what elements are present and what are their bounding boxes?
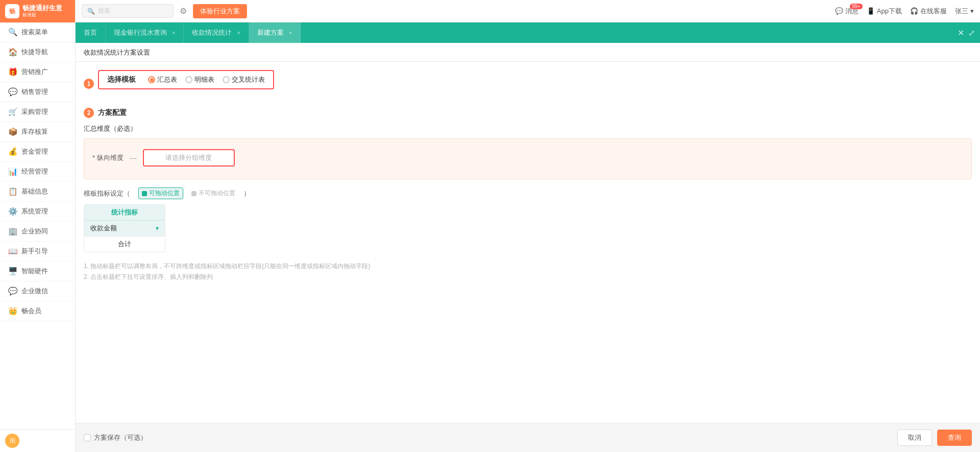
- indicator-title-prefix: 模板指标设定（: [84, 189, 130, 198]
- tab-new-plan[interactable]: 新建方案 ×: [249, 22, 301, 43]
- sidebar-item-label: 销售管理: [21, 87, 48, 97]
- dimension-placeholder: 请选择分组维度: [165, 153, 212, 162]
- footer-actions: 取消 查询: [897, 430, 972, 446]
- sidebar-bottom: 用: [0, 429, 75, 452]
- sidebar-item-label: 营销推广: [21, 67, 48, 77]
- sidebar-item-finance[interactable]: 💰 资金管理: [0, 142, 75, 162]
- sidebar-item-label: 基础信息: [21, 187, 48, 196]
- query-button[interactable]: 查询: [937, 430, 972, 446]
- logo-badge: 标准版: [22, 12, 62, 18]
- radio-detail-circle: [185, 76, 192, 83]
- sidebar-item-quick-nav[interactable]: 🏠 快捷导航: [0, 42, 75, 62]
- radio-summary-circle: [148, 76, 155, 83]
- app-icon: 📱: [867, 7, 875, 15]
- tip-line-1: 1. 拖动标题栏可以调整布局，不可跨维度或指标区域拖动栏目字段(只能在同一维度或…: [84, 262, 972, 271]
- sidebar-item-wechat[interactable]: 💬 企业微信: [0, 281, 75, 301]
- finance-icon: 💰: [8, 147, 17, 156]
- sidebar-item-label: 采购管理: [21, 107, 48, 116]
- indicator-row-collect-amount[interactable]: 收款金额 ▾: [84, 220, 165, 236]
- indicator-table-header: 统计指标: [84, 205, 165, 220]
- radio-cross[interactable]: 交叉统计表: [223, 75, 265, 84]
- tab-bank-flow-label: 现金银行流水查询: [114, 28, 167, 37]
- tab-home-label: 首页: [84, 28, 97, 37]
- sidebar-item-marketing[interactable]: 🎁 营销推广: [0, 62, 75, 82]
- tab-bank-flow[interactable]: 现金银行流水查询 ×: [106, 22, 184, 43]
- section2: 2 方案配置 汇总维度（必选） * 纵向维度 — 请选择分组维度: [84, 108, 972, 281]
- sidebar-item-label: 经营管理: [21, 167, 48, 176]
- tips-section: 1. 拖动标题栏可以调整布局，不可跨维度或指标区域拖动栏目字段(只能在同一维度或…: [84, 262, 972, 281]
- message-icon: 💬: [835, 7, 843, 15]
- app-download-btn[interactable]: 📱 App下载: [867, 7, 902, 16]
- tabs-actions: ✕ ⤢: [952, 28, 980, 38]
- sidebar-item-label: 库存核算: [21, 127, 48, 136]
- radio-summary[interactable]: 汇总表: [148, 75, 177, 84]
- sidebar-item-operations[interactable]: 📊 经营管理: [0, 162, 75, 182]
- sidebar-item-enterprise[interactable]: 🏢 企业协同: [0, 222, 75, 242]
- radio-detail-label: 明细表: [194, 75, 214, 84]
- chart-icon: 📊: [8, 167, 17, 176]
- home-icon: 🏠: [8, 47, 17, 57]
- avatar: 用: [5, 434, 19, 448]
- page-content: 1 选择模板 汇总表 明细表: [76, 62, 980, 423]
- sidebar-item-sales[interactable]: 💬 销售管理: [0, 82, 75, 102]
- tab-collect-stats[interactable]: 收款情况统计 ×: [184, 22, 249, 43]
- sidebar-item-sys-admin[interactable]: ⚙️ 系统管理: [0, 202, 75, 222]
- dimension-selector[interactable]: 请选择分组维度: [143, 149, 235, 166]
- radio-summary-label: 汇总表: [157, 75, 177, 84]
- tab-home[interactable]: 首页: [76, 22, 106, 43]
- tab-new-plan-close[interactable]: ×: [289, 30, 292, 36]
- main-area: 🔍 搜索 ⚙ 体验行业方案 💬 消息 99+ 📱 App下载 🎧 在线客服 张三…: [76, 0, 980, 452]
- building-icon: 🏢: [8, 227, 17, 236]
- template-selection-box: 选择模板 汇总表 明细表 交叉统计表: [98, 70, 274, 89]
- section1-row: 1 选择模板 汇总表 明细表: [84, 70, 972, 98]
- close-window-icon[interactable]: ✕: [958, 28, 964, 38]
- topbar: 🔍 搜索 ⚙ 体验行业方案 💬 消息 99+ 📱 App下载 🎧 在线客服 张三…: [76, 0, 980, 22]
- indicator-total-row: 合计: [84, 236, 165, 252]
- settings-icon: ⚙️: [8, 207, 17, 216]
- tab-bank-flow-close[interactable]: ×: [172, 30, 175, 36]
- sidebar-item-smart-hw[interactable]: 🖥️ 智能硬件: [0, 261, 75, 281]
- expand-window-icon[interactable]: ⤢: [968, 28, 975, 38]
- save-checkbox[interactable]: 方案保存（可选）: [84, 433, 147, 442]
- sidebar-item-members[interactable]: 👑 畅会员: [0, 301, 75, 321]
- industry-btn[interactable]: 体验行业方案: [193, 4, 247, 18]
- template-label: 选择模板: [107, 75, 136, 84]
- dimension-title: 汇总维度（必选）: [84, 124, 972, 133]
- message-count: 99+: [850, 4, 863, 9]
- sidebar-item-purchase[interactable]: 🛒 采购管理: [0, 102, 75, 122]
- non-draggable-badge: 不可拖动位置: [191, 189, 235, 198]
- gear-icon[interactable]: ⚙: [180, 6, 187, 16]
- online-service-btn[interactable]: 🎧 在线客服: [910, 7, 947, 16]
- radio-detail[interactable]: 明细表: [185, 75, 214, 84]
- book-icon: 📖: [8, 247, 17, 256]
- tab-collect-stats-close[interactable]: ×: [237, 30, 240, 36]
- save-checkbox-box[interactable]: [84, 434, 91, 441]
- sidebar-item-label: 智能硬件: [21, 267, 48, 276]
- topbar-right: 💬 消息 99+ 📱 App下载 🎧 在线客服 张三 ▾: [835, 7, 974, 16]
- sidebar-item-label: 新手引导: [21, 247, 48, 256]
- save-checkbox-label: 方案保存（可选）: [94, 433, 147, 442]
- tab-new-plan-label: 新建方案: [257, 28, 284, 37]
- dropdown-arrow-icon[interactable]: ▾: [156, 225, 159, 232]
- search-box[interactable]: 🔍 搜索: [82, 4, 174, 18]
- box-icon: 📦: [8, 127, 17, 136]
- section2-title: 方案配置: [98, 108, 127, 117]
- service-icon: 🎧: [910, 7, 918, 15]
- sidebar-item-label: 企业协同: [21, 227, 48, 236]
- tab-bar: 首页 现金银行流水查询 × 收款情况统计 × 新建方案 × ✕ ⤢: [76, 22, 980, 43]
- logo-icon: 畅: [5, 4, 19, 18]
- message-btn[interactable]: 💬 消息 99+: [835, 7, 859, 16]
- sidebar-item-inventory[interactable]: 📦 库存核算: [0, 122, 75, 142]
- sidebar-item-search-menu[interactable]: 🔍 搜索菜单: [0, 22, 75, 42]
- cancel-button[interactable]: 取消: [897, 430, 932, 446]
- draggable-badge: 可拖动位置: [138, 187, 183, 199]
- dimension-row: * 纵向维度 — 请选择分组维度: [92, 149, 963, 166]
- sidebar-item-label: 系统管理: [21, 207, 48, 216]
- user-menu[interactable]: 张三 ▾: [955, 7, 974, 16]
- sidebar-item-basic-info[interactable]: 📋 基础信息: [0, 182, 75, 202]
- vertical-dimension-label: * 纵向维度: [92, 153, 124, 162]
- app-download-label: App下载: [877, 7, 902, 16]
- sidebar-item-beginner[interactable]: 📖 新手引导: [0, 242, 75, 261]
- gift-icon: 🎁: [8, 67, 17, 77]
- indicator-config: 模板指标设定（ 可拖动位置 不可拖动位置 ） 统计指标 收款金额: [84, 187, 972, 254]
